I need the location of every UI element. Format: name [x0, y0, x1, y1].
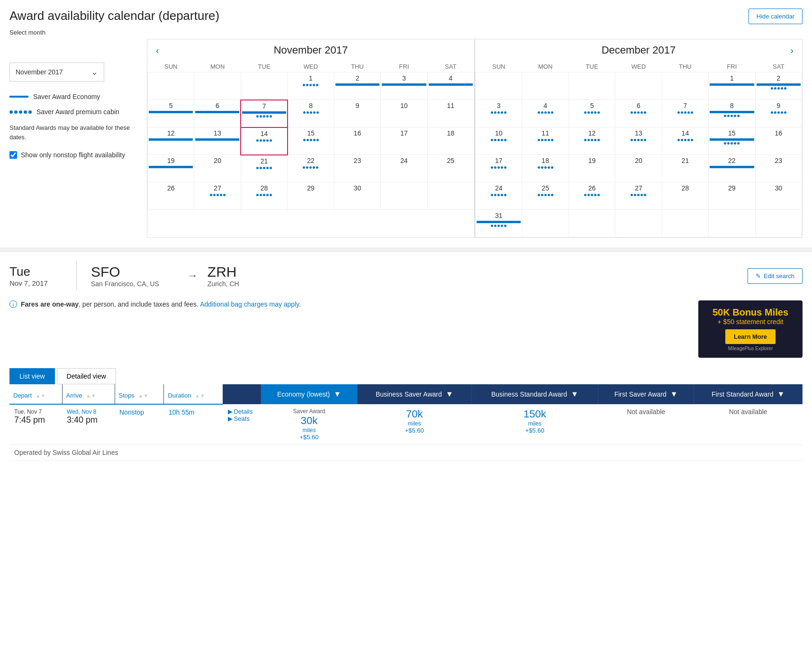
calendar-cell[interactable]: 14 [241, 127, 287, 155]
calendar-cell[interactable]: 21 [662, 155, 708, 182]
calendar-cell[interactable]: 8 [709, 100, 755, 127]
calendar-cell[interactable]: 14 [662, 127, 708, 155]
month-dropdown[interactable]: November 2017 ⌄ [9, 63, 133, 81]
calendar-cell[interactable]: 24 [381, 155, 427, 182]
calendar-cell[interactable]: 28 [241, 182, 287, 210]
calendar-cell[interactable]: 25 [522, 182, 568, 210]
calendar-cell[interactable]: 21 [241, 155, 287, 182]
calendar-cell[interactable]: 3 [381, 72, 427, 100]
calendar-cell[interactable] [522, 210, 568, 237]
calendar-cell[interactable]: 12 [148, 127, 194, 155]
col-stops[interactable]: Stops ▲▼ [115, 384, 164, 404]
calendar-cell[interactable]: 15 [709, 127, 755, 155]
calendar-cell[interactable]: 17 [476, 155, 522, 182]
col-arrive[interactable]: Arrive ▲▼ [62, 384, 115, 404]
calendar-cell[interactable]: 13 [615, 127, 662, 155]
calendar-cell[interactable]: 6 [194, 100, 241, 127]
calendar-cell[interactable]: 18 [427, 127, 474, 155]
calendar-cell[interactable] [615, 210, 662, 237]
calendar-cell[interactable]: 9 [755, 100, 802, 127]
calendar-cell[interactable]: 30 [334, 182, 380, 210]
calendar-cell[interactable]: 31 [476, 210, 522, 237]
calendar-cell[interactable] [662, 210, 708, 237]
calendar-cell[interactable]: 4 [427, 72, 474, 100]
calendar-cell[interactable]: 22 [709, 155, 755, 182]
calendar-cell[interactable]: 10 [476, 127, 522, 155]
calendar-cell[interactable]: 29 [709, 182, 755, 210]
calendar-cell[interactable]: 19 [148, 155, 194, 182]
calendar-cell[interactable] [615, 72, 662, 100]
calendar-cell[interactable]: 3 [476, 100, 522, 127]
calendar-cell[interactable] [241, 72, 287, 100]
calendar-cell[interactable]: 8 [288, 100, 334, 127]
calendar-cell[interactable]: 17 [381, 127, 427, 155]
calendar-cell[interactable]: 12 [568, 127, 615, 155]
calendar-cell[interactable] [381, 182, 427, 210]
calendar-cell[interactable]: 24 [476, 182, 522, 210]
month-select[interactable]: November 2017 ⌄ [9, 63, 104, 81]
calendar-cell[interactable]: 28 [662, 182, 708, 210]
col-first-standard[interactable]: First Standard Award ▼ [694, 384, 803, 404]
calendar-cell[interactable] [709, 210, 755, 237]
calendar-cell[interactable] [568, 72, 615, 100]
calendar-cell[interactable]: 20 [615, 155, 662, 182]
col-first-saver[interactable]: First Saver Award ▼ [598, 384, 694, 404]
calendar-cell[interactable]: 29 [288, 182, 334, 210]
calendar-cell[interactable] [148, 72, 194, 100]
ad-learn-more-button[interactable]: Learn More [725, 329, 776, 344]
calendar-cell[interactable]: 5 [148, 100, 194, 127]
list-view-tab[interactable]: List view [9, 368, 55, 384]
calendar-cell[interactable] [427, 182, 474, 210]
calendar-cell[interactable]: 11 [427, 100, 474, 127]
calendar-next-button[interactable]: › [785, 43, 798, 58]
calendar-cell[interactable]: 27 [615, 182, 662, 210]
calendar-cell[interactable] [522, 72, 568, 100]
calendar-cell[interactable]: 2 [755, 72, 802, 100]
calendar-cell[interactable] [755, 210, 802, 237]
col-biz-standard[interactable]: Business Standard Award ▼ [471, 384, 598, 404]
calendar-cell[interactable]: 22 [288, 155, 334, 182]
calendar-cell[interactable] [568, 210, 615, 237]
calendar-cell[interactable]: 26 [568, 182, 615, 210]
col-duration[interactable]: Duration ▲▼ [164, 384, 223, 404]
calendar-cell[interactable]: 1 [709, 72, 755, 100]
calendar-cell[interactable]: 2 [334, 72, 380, 100]
calendar-cell[interactable]: 26 [148, 182, 194, 210]
detailed-view-tab[interactable]: Detailed view [57, 368, 116, 384]
nonstop-checkbox[interactable] [9, 151, 17, 159]
calendar-cell[interactable]: 23 [334, 155, 380, 182]
calendar-cell[interactable]: 19 [568, 155, 615, 182]
details-link[interactable]: ▶ Details [228, 408, 256, 415]
calendar-prev-button[interactable]: ‹ [151, 43, 164, 58]
calendar-cell[interactable]: 18 [522, 155, 568, 182]
edit-search-button[interactable]: ✎ Edit search [748, 268, 803, 284]
calendar-cell[interactable]: 27 [194, 182, 241, 210]
calendar-cell[interactable] [662, 72, 708, 100]
hide-calendar-button[interactable]: Hide calendar [749, 9, 803, 24]
calendar-cell[interactable]: 30 [755, 182, 802, 210]
nonstop-checkbox-container[interactable]: Show only nonstop flight availability [9, 151, 133, 159]
col-depart[interactable]: Depart ▲▼ [9, 384, 62, 404]
calendar-cell[interactable]: 16 [755, 127, 802, 155]
seats-link[interactable]: ▶ Seats [228, 415, 256, 422]
calendar-cell[interactable]: 10 [381, 100, 427, 127]
calendar-cell[interactable]: 7 [241, 100, 287, 127]
calendar-cell[interactable]: 4 [522, 100, 568, 127]
calendar-cell[interactable]: 6 [615, 100, 662, 127]
calendar-cell[interactable]: 20 [194, 155, 241, 182]
calendar-cell[interactable]: 9 [334, 100, 380, 127]
calendar-cell[interactable]: 13 [194, 127, 241, 155]
calendar-cell[interactable] [476, 72, 522, 100]
calendar-cell[interactable]: 25 [427, 155, 474, 182]
col-economy[interactable]: Economy (lowest) ▼ [261, 384, 358, 404]
calendar-cell[interactable]: 15 [288, 127, 334, 155]
calendar-cell[interactable]: 5 [568, 100, 615, 127]
calendar-cell[interactable]: 11 [522, 127, 568, 155]
fares-bag-charges-link[interactable]: Additional bag charges may apply. [200, 300, 301, 308]
calendar-cell[interactable]: 7 [662, 100, 708, 127]
calendar-cell[interactable]: 23 [755, 155, 802, 182]
col-biz-saver[interactable]: Business Saver Award ▼ [357, 384, 471, 404]
calendar-cell[interactable]: 16 [334, 127, 380, 155]
calendar-cell[interactable] [194, 72, 241, 100]
calendar-cell[interactable]: 1 [288, 72, 334, 100]
